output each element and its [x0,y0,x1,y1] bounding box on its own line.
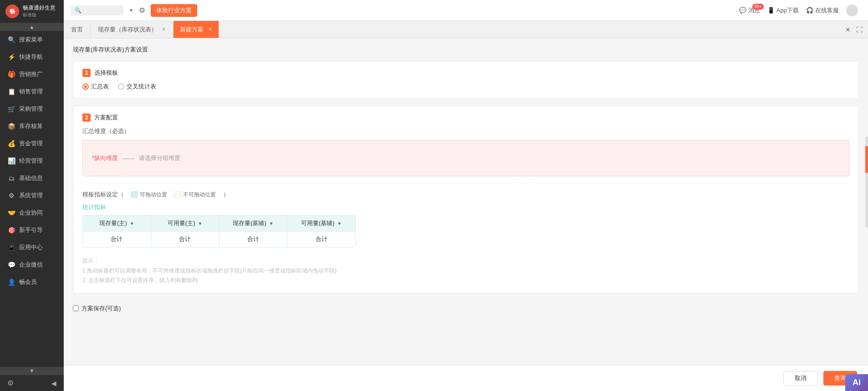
membership-icon: 👤 [7,278,15,286]
sidebar-label-basic: 基础信息 [19,174,43,182]
stats-col2-label: 可用量(主) [168,219,195,227]
sidebar-item-sales[interactable]: 📋 销售管理 [0,83,64,100]
sidebar-settings-icon[interactable]: ⚙ [7,379,14,387]
search-input[interactable] [83,7,120,14]
close-all-button[interactable]: ✕ [843,24,853,35]
app-download-button[interactable]: 📱 App下载 [767,6,799,15]
app-download-label: App下载 [776,6,799,15]
sidebar-item-cooperation[interactable]: 🤝 企业协同 [0,204,64,221]
cooperation-icon: 🤝 [7,209,15,217]
tab-inventory-close[interactable]: ✕ [162,26,166,32]
search-icon: 🔍 [7,36,15,44]
basic-icon: 🗂 [7,174,15,182]
radio-summary[interactable]: 汇总表 [82,82,109,91]
trial-button[interactable]: 体验行业方案 [151,4,197,17]
tab-new-plan-close[interactable]: ✕ [208,26,212,32]
sidebar-item-wechat[interactable]: 💬 企业微信 [0,256,64,273]
online-service-button[interactable]: 🎧 在线客服 [806,6,839,15]
sidebar-item-search[interactable]: 🔍 搜索菜单 [0,31,64,48]
sidebar-label-operation: 经营管理 [19,157,43,165]
ai-badge[interactable]: Ai [845,374,868,391]
sidebar-scroll-up[interactable]: ▲ [0,23,64,31]
stats-body: 合计 合计 合计 合计 [83,231,355,247]
radio-cross-dot [118,83,124,90]
topbar-chevron-icon[interactable]: ▼ [129,8,133,13]
tip1-text: 1.拖动标题栏可以调整布局，不可跨维度或指标区域拖拽栏目字段(只能在同一维度或指… [82,266,849,276]
dimension-box[interactable]: *纵向维度 —— 请选择分组维度 [82,140,849,176]
step2-title: 方案配置 [94,113,118,122]
sidebar-item-purchase[interactable]: 🛒 采购管理 [0,100,64,118]
tab-home[interactable]: 首页 [64,21,91,38]
template-radio-group: 汇总表 交叉统计表 [82,82,849,91]
expand-button[interactable]: ⛶ [854,24,864,35]
sidebar-item-inventory[interactable]: 📦 库存核算 [0,118,64,135]
save-option-area: 方案保存(可选) [73,301,859,316]
tab-icons-area: ✕ ⛶ [843,24,868,35]
dim-dash: —— [123,155,134,162]
save-option-checkbox[interactable] [73,305,79,311]
right-scrollbar[interactable] [865,137,868,228]
sidebar-label-appcenter: 应用中心 [19,243,43,252]
fixed-legend-item: 不可拖动位置 [174,191,216,199]
stats-col2-header[interactable]: 可用量(主) ▼ [151,216,220,231]
indicator-label-prefix: 模板指标设定（ [82,190,124,199]
draggable-legend-box [131,191,138,198]
fixed-legend-label: 不可拖动位置 [183,191,216,199]
main-area: 🔍 ▼ ⚙ 体验行业方案 💬 消息 99+ 📱 App下载 🎧 在线客服 [64,0,868,391]
stats-table: 现存量(主) ▼ 可用量(主) ▼ 现存量(基辅) ▼ 可用量(基辅) [82,215,356,247]
step2-card: 2 方案配置 汇总维度（必选） *纵向维度 —— 请选择分组维度 模板指标设定（ [73,106,859,293]
sidebar-item-membership[interactable]: 👤 畅会员 [0,273,64,291]
system-icon: ⚙ [7,191,15,200]
app-download-icon: 📱 [767,7,775,14]
stats-col4-label: 可用量(基辅) [301,219,335,227]
gear-button[interactable]: ⚙ [139,6,145,15]
online-service-label: 在线客服 [815,6,839,15]
save-option-label[interactable]: 方案保存(可选) [73,304,859,313]
tips-box: 提示： 1.拖动标题栏可以调整布局，不可跨维度或指标区域拖拽栏目字段(只能在同一… [82,256,849,286]
topbar-right: 💬 消息 99+ 📱 App下载 🎧 在线客服 [739,5,861,16]
cancel-button[interactable]: 取消 [783,371,818,386]
headset-icon: 🎧 [806,7,813,14]
save-option-text: 方案保存(可选) [82,304,121,313]
fixed-legend-box [174,191,181,198]
wechat-icon: 💬 [7,261,15,269]
radio-cross[interactable]: 交叉统计表 [118,82,156,91]
finance-icon: 💰 [7,139,15,148]
app-name-block: 畅康通好生意 标准版 [23,5,56,18]
stats-col1-header[interactable]: 现存量(主) ▼ [83,216,151,231]
sidebar-item-operation[interactable]: 📊 经营管理 [0,152,64,170]
stats-col3-label: 现存量(基辅) [233,219,266,227]
vertical-dim-label: *纵向维度 [92,154,118,162]
appcenter-icon: 📱 [7,243,15,252]
tips-title: 提示： [82,256,849,266]
tab-new-plan[interactable]: 新建方案 ✕ [174,21,219,38]
stats-col4-body: 合计 [287,231,355,247]
sidebar-item-marketing[interactable]: 🎁 营销推广 [0,66,64,83]
topbar-search-icon: 🔍 [75,7,82,14]
sidebar-item-shortcut[interactable]: ⚡ 快捷导航 [0,48,64,66]
stats-col4-header[interactable]: 可用量(基辅) ▼ [287,216,355,231]
stats-col3-header[interactable]: 现存量(基辅) ▼ [220,216,288,231]
message-button[interactable]: 💬 消息 99+ [739,6,760,15]
operation-icon: 📊 [7,157,15,165]
tab-home-label: 首页 [71,26,83,34]
step1-title: 选择模板 [94,69,118,77]
message-badge: 99+ [752,4,764,10]
sidebar-scroll-down[interactable]: ▼ [0,367,64,375]
sidebar-item-appcenter[interactable]: 📱 应用中心 [0,239,64,256]
user-profile[interactable] [846,5,861,16]
newguide-icon: 🎯 [7,226,15,234]
tab-inventory-status[interactable]: 现存量（库存状况表） ✕ [91,21,174,38]
sidebar-label-search: 搜索菜单 [19,36,43,44]
draggable-legend-item: 可拖动位置 [131,191,167,199]
sidebar-collapse-icon[interactable]: ◀ [51,380,56,387]
stats-col2-body: 合计 [151,231,220,247]
col3-chevron: ▼ [269,221,274,226]
purchase-icon: 🛒 [7,105,15,113]
sidebar-logo: 畅 畅康通好生意 标准版 [0,0,64,23]
sidebar-item-newguide[interactable]: 🎯 新手引导 [0,221,64,239]
sidebar-item-system[interactable]: ⚙ 系统管理 [0,187,64,204]
sidebar-item-finance[interactable]: 💰 资金管理 [0,135,64,152]
sidebar-item-basic[interactable]: 🗂 基础信息 [0,170,64,187]
indicator-label-suffix: ） [223,190,229,199]
